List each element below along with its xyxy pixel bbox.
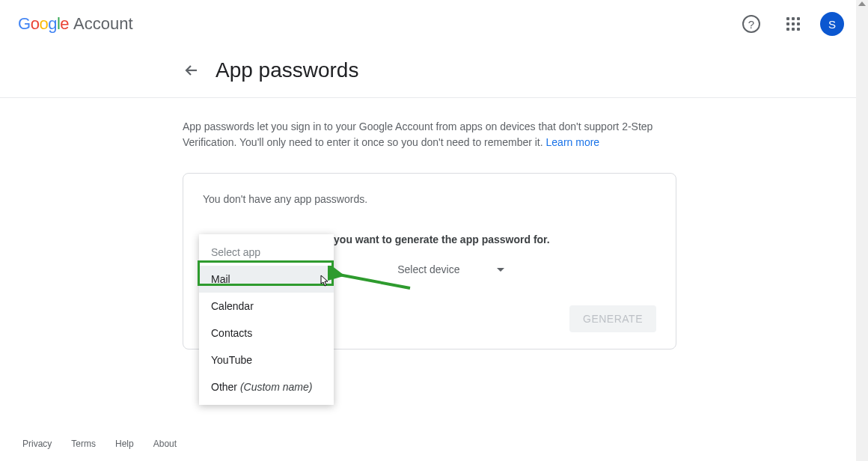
- apps-button[interactable]: [778, 9, 808, 39]
- header: Google Account ? S: [0, 0, 868, 48]
- help-icon: ?: [742, 15, 760, 33]
- dropdown-item-other[interactable]: Other (Custom name): [199, 373, 334, 400]
- brand-logo[interactable]: Google Account: [18, 14, 133, 34]
- footer: Privacy Terms Help About: [22, 439, 177, 449]
- avatar-initial: S: [828, 18, 836, 31]
- footer-about[interactable]: About: [153, 439, 177, 449]
- dropdown-header: Select app: [199, 239, 334, 266]
- dropdown-item-contacts[interactable]: Contacts: [199, 320, 334, 346]
- generate-button[interactable]: GENERATE: [569, 305, 656, 332]
- content: App passwords let you sign in to your Go…: [0, 98, 675, 349]
- no-passwords-text: You don't have any app passwords.: [203, 193, 656, 205]
- header-actions: ? S: [736, 9, 856, 39]
- google-logo: Google: [18, 14, 69, 34]
- back-arrow-icon[interactable]: [183, 61, 201, 79]
- scroll-up-icon: [858, 1, 866, 6]
- footer-help[interactable]: Help: [115, 439, 134, 449]
- select-app-menu: Select app Mail Calendar Contacts YouTub…: [199, 234, 334, 405]
- avatar[interactable]: S: [820, 12, 844, 36]
- learn-more-link[interactable]: Learn more: [546, 136, 600, 148]
- dropdown-item-calendar[interactable]: Calendar: [199, 293, 334, 320]
- scrollbar-track[interactable]: [856, 0, 868, 461]
- chevron-down-icon: [497, 268, 504, 272]
- other-label: Other: [211, 381, 240, 393]
- dropdown-item-mail[interactable]: Mail: [199, 266, 334, 293]
- help-button[interactable]: ?: [736, 9, 766, 39]
- dropdown-item-youtube[interactable]: YouTube: [199, 346, 334, 373]
- page-title: App passwords: [216, 58, 358, 82]
- apps-grid-icon: [786, 17, 800, 31]
- select-device-dropdown[interactable]: Select device: [397, 259, 504, 280]
- title-row: App passwords: [0, 48, 868, 97]
- other-hint: (Custom name): [240, 381, 312, 393]
- select-device-label: Select device: [397, 263, 459, 275]
- footer-terms[interactable]: Terms: [71, 439, 96, 449]
- description: App passwords let you sign in to your Go…: [183, 119, 675, 150]
- account-word: Account: [73, 14, 133, 34]
- footer-privacy[interactable]: Privacy: [22, 439, 52, 449]
